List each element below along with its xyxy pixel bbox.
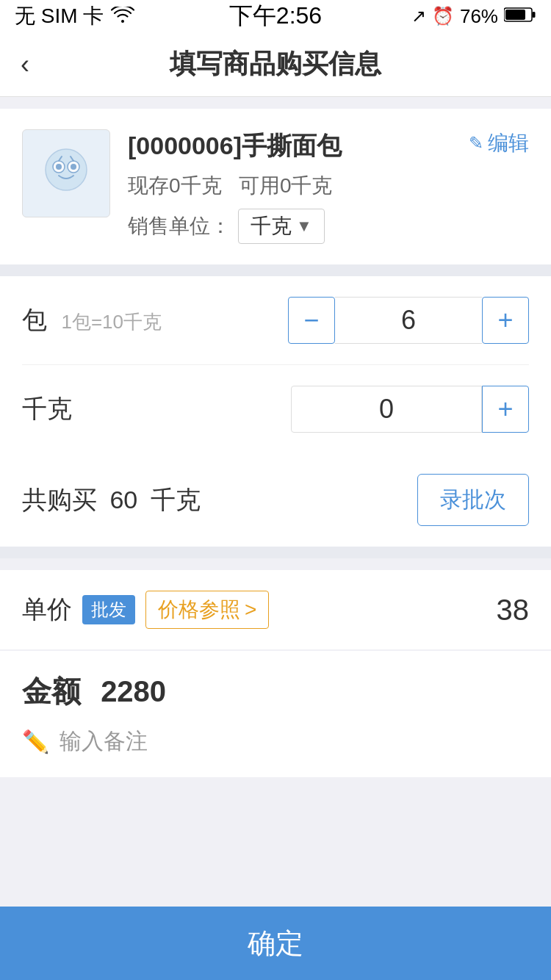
location-icon: ↗ bbox=[411, 6, 426, 26]
wifi-icon bbox=[111, 4, 134, 28]
total-label: 共购买 bbox=[22, 486, 97, 514]
bao-label-group: 包 1包=10千克 bbox=[22, 303, 288, 337]
unit-label: 销售单位： bbox=[128, 212, 231, 240]
total-section: 共购买 60 千克 录批次 bbox=[0, 453, 551, 547]
bao-plus-button[interactable]: + bbox=[482, 297, 529, 344]
svg-rect-2 bbox=[505, 10, 525, 20]
edit-label: 编辑 bbox=[488, 129, 529, 157]
nav-bar: ‹ 填写商品购买信息 bbox=[0, 32, 551, 97]
price-label: 单价 bbox=[22, 593, 72, 627]
kg-qty-input[interactable] bbox=[291, 386, 482, 433]
product-owl-icon bbox=[43, 146, 90, 201]
svg-point-6 bbox=[56, 164, 62, 170]
unit-chevron-icon: ▼ bbox=[296, 217, 312, 236]
confirm-label: 确定 bbox=[248, 925, 303, 962]
remark-placeholder[interactable]: 输入备注 bbox=[60, 727, 148, 757]
price-ref-chevron-icon: > bbox=[245, 598, 256, 621]
kg-label: 千克 bbox=[22, 392, 291, 426]
product-unit-row: 销售单位： 千克 ▼ bbox=[128, 209, 529, 244]
status-right: ↗ ⏰ 76% bbox=[411, 5, 536, 28]
svg-rect-1 bbox=[533, 12, 536, 18]
bao-label: 包 bbox=[22, 306, 47, 334]
product-stock: 现存0千克 可用0千克 bbox=[128, 172, 529, 200]
back-button[interactable]: ‹ bbox=[21, 49, 29, 80]
section-separator-2 bbox=[0, 547, 551, 558]
unit-value: 千克 bbox=[251, 212, 292, 240]
amount-label: 金额 bbox=[22, 675, 81, 707]
product-card: [0000006]手撕面包 现存0千克 可用0千克 销售单位： 千克 ▼ ✎ 编… bbox=[0, 109, 551, 264]
section-separator-1 bbox=[0, 264, 551, 276]
unit-select[interactable]: 千克 ▼ bbox=[238, 209, 325, 244]
remark-row[interactable]: ✏️ 输入备注 bbox=[22, 727, 529, 757]
kg-qty-row: 千克 + bbox=[22, 365, 529, 453]
price-value: 38 bbox=[497, 594, 530, 627]
kg-plus-button[interactable]: + bbox=[482, 386, 529, 433]
pencil-icon: ✏️ bbox=[22, 729, 49, 754]
bao-minus-button[interactable]: − bbox=[288, 297, 335, 344]
amount-row: 金额 2280 bbox=[22, 671, 529, 712]
bao-hint: 1包=10千克 bbox=[61, 311, 162, 333]
bao-qty-row: 包 1包=10千克 − + bbox=[22, 276, 529, 365]
status-bar: 无 SIM 卡 下午2:56 ↗ ⏰ 76% bbox=[0, 0, 551, 32]
price-left: 单价 批发 价格参照 > bbox=[22, 591, 269, 629]
carrier-text: 无 SIM 卡 bbox=[15, 2, 104, 30]
price-ref-button[interactable]: 价格参照 > bbox=[145, 591, 269, 629]
svg-point-3 bbox=[46, 149, 87, 190]
available-text: 可用0千克 bbox=[239, 174, 333, 197]
status-left: 无 SIM 卡 bbox=[15, 2, 134, 30]
status-time: 下午2:56 bbox=[229, 0, 322, 32]
edit-pencil-icon: ✎ bbox=[469, 133, 483, 154]
price-ref-label: 价格参照 bbox=[158, 596, 240, 624]
confirm-bar[interactable]: 确定 bbox=[0, 907, 551, 980]
total-text: 共购买 60 千克 bbox=[22, 483, 201, 517]
amount-value: 2280 bbox=[101, 675, 166, 707]
battery-icon bbox=[504, 5, 536, 28]
total-amount: 60 bbox=[109, 486, 137, 514]
page-title: 填写商品购买信息 bbox=[170, 46, 381, 82]
total-unit: 千克 bbox=[151, 486, 201, 514]
price-batch-tag: 批发 bbox=[82, 595, 135, 624]
edit-button[interactable]: ✎ 编辑 bbox=[469, 129, 529, 157]
stock-text: 现存0千克 bbox=[128, 174, 222, 197]
bao-qty-input[interactable] bbox=[335, 297, 482, 344]
kg-qty-controls: + bbox=[291, 386, 529, 433]
alarm-icon: ⏰ bbox=[432, 6, 454, 26]
battery-text: 76% bbox=[460, 5, 498, 28]
quantity-section: 包 1包=10千克 − + 千克 + bbox=[0, 276, 551, 453]
price-section: 单价 批发 价格参照 > 38 bbox=[0, 570, 551, 649]
amount-section: 金额 2280 ✏️ 输入备注 bbox=[0, 651, 551, 777]
bao-qty-controls: − + bbox=[288, 297, 529, 344]
svg-point-7 bbox=[71, 164, 76, 170]
record-batch-button[interactable]: 录批次 bbox=[417, 474, 529, 526]
product-thumbnail bbox=[22, 129, 110, 217]
